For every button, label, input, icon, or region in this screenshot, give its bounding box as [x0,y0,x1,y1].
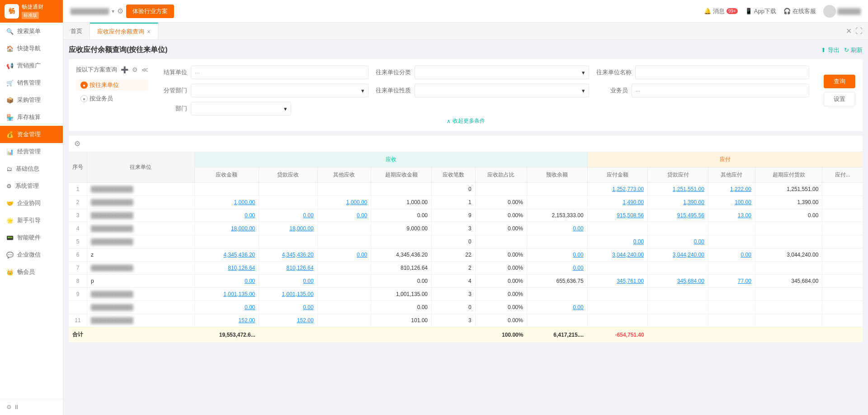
sidebar-item-inventory[interactable]: 🏪 库存核算 [0,109,63,126]
arrow-left-icon[interactable]: ≪ [142,66,148,73]
table-settings-icon[interactable]: ⚙ [74,139,80,148]
maximize-icon[interactable]: ⛶ [855,27,863,35]
settings-bottom-btn[interactable]: ⚙ [6,404,12,410]
row-count: 0 [432,235,476,248]
sidebar-item-purchase[interactable]: 📦 采购管理 [0,91,63,109]
row-payable-more [822,288,863,301]
row-other-recv [317,235,371,248]
online-service-label: 在线客服 [793,7,816,15]
tab-receivable[interactable]: 应收应付余额查询 × [90,23,158,39]
edit-scheme-icon[interactable]: ⚙ [132,66,138,73]
unit-name-label: 往来单位名称 [596,68,632,76]
row-partner: ███████████ [87,314,195,327]
download-icon: 📱 [745,8,752,14]
row-loan-pay: 1,390.00 [648,196,708,209]
refresh-btn[interactable]: ↻ 刷新 [844,46,863,54]
nav-gear-icon[interactable]: ⚙ [117,7,123,15]
sidebar-item-wechat[interactable]: 💬 企业微信 [0,246,63,263]
query-button[interactable]: 查询 [824,75,855,88]
row-payable [587,301,648,314]
unit-name-input[interactable] [635,66,809,79]
collapse-more-conditions[interactable]: ∧ 收起更多条件 [76,117,855,125]
export-label: 导出 [828,46,840,54]
basic-icon: 🗂 [6,166,12,172]
user-profile-btn[interactable]: ██████ [823,5,861,18]
row-ratio: 0.00% [475,222,527,235]
dept-select[interactable]: ▾ [191,84,368,97]
close-window-icon[interactable]: ✕ [846,27,852,35]
sidebar-item-system[interactable]: ⚙ 系统管理 [0,177,63,195]
row-other-recv: 0.00 [317,209,371,222]
sidebar-item-finance[interactable]: 💰 资金管理 [0,126,63,143]
col-loan-receivable: 贷款应收 [259,167,317,183]
row-other-pay: 1,222.00 [708,183,755,196]
row-loan-pay [648,314,708,327]
logo-icon: 畅 [5,4,19,19]
top-nav: ██████████ ▾ ⚙ 体验行业方案 🔔 消息 99+ 📱 App下载 🎧… [63,0,868,23]
unit-category-select[interactable]: ▾ [415,66,589,79]
sidebar-item-hardware[interactable]: 📟 智能硬件 [0,229,63,246]
sidebar-item-guide[interactable]: 🌟 新手引导 [0,212,63,229]
row-payable: 345,761.00 [587,275,648,288]
row-overdue-pay: 1,390.00 [755,196,822,209]
sidebar-item-business[interactable]: 📊 经营管理 [0,143,63,160]
row-loan-pay [648,288,708,301]
user-avatar [823,5,836,18]
page-header: 应收应付余额查询(按往来单位) ⬆ 导出 ↻ 刷新 [69,45,863,55]
page-header-actions: ⬆ 导出 ↻ 刷新 [821,46,863,54]
settlement-unit-input[interactable]: ··· [191,66,368,79]
row-overdue: 101.00 [371,314,432,327]
settlement-unit-label: 结算单位 [156,68,187,76]
row-other-pay [708,301,755,314]
sidebar-item-sales[interactable]: 🛒 销售管理 [0,74,63,91]
collapse-sidebar-btn[interactable]: ⏸ [14,404,19,410]
purchase-icon: 📦 [6,97,14,104]
row-loan-pay: 3,044,240.00 [648,248,708,262]
row-other-recv [317,301,371,314]
row-no [69,301,87,314]
department-select[interactable]: ▾ [191,102,291,115]
by-salesperson-label: 按业务员 [90,95,113,103]
messages-btn[interactable]: 🔔 消息 99+ [704,7,738,15]
subnav-by-unit[interactable]: ● 按往来单位 [76,79,148,91]
table-toolbar: ⚙ [69,136,863,152]
app-download-btn[interactable]: 📱 App下载 [745,7,776,15]
sidebar-item-label: 销售管理 [17,79,41,87]
tab-close-icon[interactable]: × [147,28,151,35]
row-partner: z [87,248,195,262]
table-row: 9 ███████████ 1,001,135.00 1,001,135.00 … [69,288,863,301]
row-loan-pay: 0.00 [648,235,708,248]
sidebar-item-search[interactable]: 🔍 搜索菜单 [0,23,63,40]
row-ratio: 0.00% [475,248,527,262]
add-scheme-icon[interactable]: ➕ [121,66,128,73]
table-row: 11 ███████████ 152.00 152.00 101.00 3 0.… [69,314,863,327]
unit-nature-select[interactable]: ▾ [415,84,589,97]
row-payable-more [822,248,863,262]
sidebar-item-label: 经营管理 [17,148,41,156]
table-row: ███████████ 0.00 0.00 0.00 0 0.00% 0.00 [69,301,863,314]
col-payable-amount: 应付金额 [587,167,648,183]
row-yingshou: 0.00 [194,275,259,288]
business-icon: 📊 [6,148,14,155]
row-advance [527,314,587,327]
chevron-down-icon[interactable]: ▾ [112,8,114,14]
plan-button[interactable]: 体验行业方案 [126,5,174,18]
row-loan-recv: 0.00 [259,301,317,314]
online-service-btn[interactable]: 🎧 在线客服 [783,7,816,15]
sidebar-item-label: 智能硬件 [17,234,41,242]
sidebar-item-basic[interactable]: 🗂 基础信息 [0,160,63,177]
row-overdue [371,183,432,196]
row-count: 0 [432,301,476,314]
tab-home[interactable]: 首页 [63,23,90,39]
salesperson-input[interactable]: ··· [632,84,809,97]
collab-icon: 🤝 [6,200,14,207]
export-btn[interactable]: ⬆ 导出 [821,46,840,54]
row-payable [587,288,648,301]
sidebar-item-collab[interactable]: 🤝 企业协同 [0,195,63,212]
by-salesperson-icon: ● [80,95,88,102]
sidebar-item-marketing[interactable]: 📢 营销推广 [0,57,63,74]
sidebar-item-member[interactable]: 👑 畅会员 [0,263,63,281]
setting-button[interactable]: 设置 [824,92,855,106]
subnav-by-salesperson[interactable]: ● 按业务员 [76,93,148,105]
sidebar-item-quicknav[interactable]: 🏠 快捷导航 [0,40,63,57]
